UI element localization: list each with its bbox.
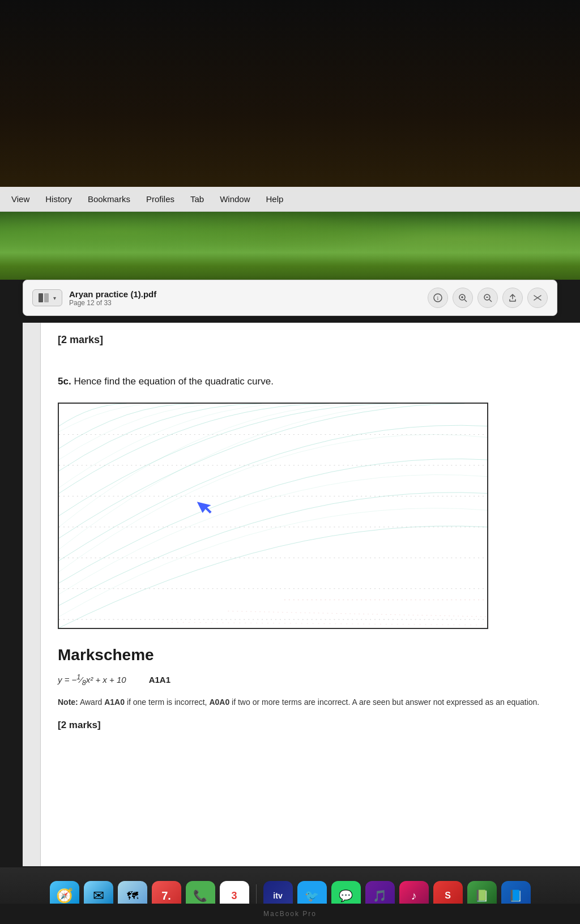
- nature-banner: [0, 212, 580, 280]
- note-bold-label: Note:: [58, 698, 78, 707]
- svg-line-17: [228, 611, 487, 617]
- info-button[interactable]: i: [428, 288, 448, 308]
- pdf-title-area: Aryan practice (1).pdf Page 12 of 33: [69, 289, 421, 307]
- menu-profiles[interactable]: Profiles: [146, 194, 174, 204]
- pdf-margin: [23, 323, 41, 866]
- svg-text:i: i: [437, 295, 439, 301]
- macbook-label: MacBook Pro: [263, 910, 317, 918]
- menu-view[interactable]: View: [11, 194, 29, 204]
- svg-line-3: [464, 300, 467, 302]
- pdf-filename: Aryan practice (1).pdf: [69, 289, 421, 299]
- chevron-down-icon: ▾: [53, 295, 56, 301]
- zoom-in-button[interactable]: [453, 288, 473, 308]
- menu-bookmarks[interactable]: Bookmarks: [88, 194, 130, 204]
- pdf-page-info: Page 12 of 33: [69, 299, 421, 307]
- menu-tab[interactable]: Tab: [190, 194, 204, 204]
- svg-line-18: [172, 622, 487, 625]
- pdf-content: [2 marks] 5c. Hence find the equation of…: [23, 323, 580, 866]
- markscheme-section: Markscheme y = −1⁄8x² + x + 10 A1A1 Note…: [58, 646, 563, 731]
- browser-header: [0, 212, 580, 280]
- question-5c: 5c. Hence find the equation of the quadr…: [58, 374, 563, 389]
- svg-marker-19: [197, 502, 212, 514]
- menu-bar: View History Bookmarks Profiles Tab Wind…: [0, 187, 580, 212]
- pdf-toolbar-buttons: i: [428, 288, 548, 308]
- share-button[interactable]: [502, 288, 523, 308]
- menu-window[interactable]: Window: [220, 194, 250, 204]
- award-label: A1A1: [149, 675, 170, 685]
- pdf-toolbar: ▾ Aryan practice (1).pdf Page 12 of 33 i: [23, 280, 557, 316]
- zoom-out-button[interactable]: [477, 288, 498, 308]
- question-number: 5c.: [58, 376, 71, 387]
- formula-expression: y = −1⁄8x² + x + 10: [58, 673, 126, 687]
- menu-help[interactable]: Help: [266, 194, 284, 204]
- answer-box: .arc-teal { fill: none; stroke: rgba(100…: [58, 403, 488, 629]
- markscheme-title: Markscheme: [58, 646, 563, 664]
- markscheme-formula: y = −1⁄8x² + x + 10 A1A1: [58, 673, 563, 687]
- physical-background: [0, 0, 580, 192]
- question-body: Hence find the equation of the quadratic…: [74, 376, 274, 387]
- pdf-page-content: [2 marks] 5c. Hence find the equation of…: [41, 323, 580, 866]
- view-icon: [39, 293, 50, 302]
- svg-line-7: [489, 300, 492, 302]
- more-button[interactable]: [527, 288, 548, 308]
- note-text: Note: Award A1A0 if one term is incorrec…: [58, 696, 563, 708]
- pdf-view-toggle[interactable]: ▾: [32, 289, 62, 306]
- menu-history[interactable]: History: [45, 194, 72, 204]
- curved-lines-pattern: .arc-teal { fill: none; stroke: rgba(100…: [59, 404, 487, 628]
- macbook-bar: MacBook Pro: [0, 904, 580, 924]
- marks-label-top: [2 marks]: [58, 334, 563, 346]
- marks-label-bottom: [2 marks]: [58, 720, 563, 731]
